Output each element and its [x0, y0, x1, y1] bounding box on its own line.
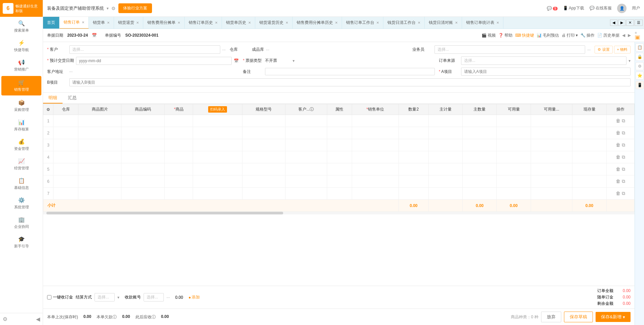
calendar-icon[interactable]: 📅	[92, 33, 97, 38]
cell-attr-1[interactable]	[327, 115, 352, 127]
cell-unit-1[interactable]	[352, 115, 399, 127]
settings-icon[interactable]: ⚙	[3, 316, 7, 322]
sidebar-item-search[interactable]: 🔍搜索菜单	[0, 17, 43, 36]
panel-btn-3[interactable]: ⚙	[636, 62, 644, 70]
order-source-input[interactable]: 选择...	[461, 56, 627, 65]
cell-customer-1[interactable]	[285, 115, 327, 127]
tab-12[interactable]: 销售订单统计表✕	[462, 17, 503, 29]
a-project-input[interactable]	[461, 68, 631, 76]
tab-4[interactable]: 销售费用分摊单✕	[143, 17, 185, 29]
cell-attr-6[interactable]	[327, 175, 352, 188]
order-source-dropdown[interactable]: ▾	[629, 58, 631, 63]
copy-icon-6[interactable]: ⧉	[622, 178, 625, 184]
sidebar-item-marketing[interactable]: 📢营销推广	[0, 56, 43, 75]
copy-icon-1[interactable]: ⧉	[622, 118, 625, 124]
cell-product-2[interactable]	[164, 127, 193, 139]
tab-close-5[interactable]: ✕	[215, 21, 218, 25]
add-material-btn[interactable]: + 物料	[614, 46, 631, 53]
cell-code-7[interactable]	[121, 188, 164, 200]
tab-5[interactable]: 销售订单历史✕	[185, 17, 222, 29]
cell-product-6[interactable]	[164, 175, 193, 188]
delete-icon-4[interactable]: 🗑	[616, 154, 620, 160]
cell-main-qty-5[interactable]	[463, 163, 497, 175]
cell-qty2-7[interactable]	[399, 188, 428, 200]
cell-code-3[interactable]	[121, 139, 164, 151]
sidebar-item-sales[interactable]: 🛒销售管理	[1, 76, 41, 95]
table-scrollbar[interactable]	[43, 212, 635, 214]
cell-product-1[interactable]	[164, 115, 193, 127]
cell-warehouse-1[interactable]	[53, 115, 78, 127]
username[interactable]: 用户	[632, 5, 640, 11]
account-more[interactable]: ···	[166, 295, 170, 300]
notification[interactable]: 💬 9	[547, 6, 558, 11]
cell-main-qty-6[interactable]	[463, 175, 497, 188]
tab-0[interactable]: 首页	[43, 17, 60, 29]
b-project-input[interactable]	[69, 78, 631, 86]
cell-main-qty-1[interactable]	[463, 115, 497, 127]
cell-spec-1[interactable]	[242, 115, 285, 127]
cell-customer-4[interactable]	[285, 151, 327, 163]
online-service[interactable]: 💬 在线客服	[590, 5, 612, 11]
cell-warehouse-7[interactable]	[53, 188, 78, 200]
warehouse-more[interactable]: ···	[266, 47, 269, 52]
tab-10[interactable]: 钱货日清工作台✕	[383, 17, 425, 29]
copy-icon-7[interactable]: ⧉	[622, 191, 625, 196]
cell-qty2-3[interactable]	[399, 139, 428, 151]
cell-warehouse-6[interactable]	[53, 175, 78, 188]
col-settings[interactable]: ⚙	[43, 104, 53, 115]
copy-icon-2[interactable]: ⧉	[622, 130, 625, 136]
tabs-menu[interactable]: ☰	[635, 19, 643, 26]
delete-icon-5[interactable]: 🗑	[616, 166, 620, 172]
payment-dropdown-icon[interactable]: ▾	[117, 295, 119, 300]
cell-attr-5[interactable]	[327, 163, 352, 175]
cell-customer-2[interactable]	[285, 127, 327, 139]
address-more[interactable]: ···	[69, 69, 73, 74]
tab-close-2[interactable]: ✕	[107, 21, 110, 25]
cell-attr-4[interactable]	[327, 151, 352, 163]
user-avatar[interactable]: 👤	[617, 4, 627, 13]
copy-icon-5[interactable]: ⧉	[622, 166, 625, 172]
cell-unit-7[interactable]	[352, 188, 399, 200]
tab-close-11[interactable]: ✕	[455, 21, 458, 25]
cell-spec-5[interactable]	[242, 163, 285, 175]
tab-3[interactable]: 销货退货✕	[114, 17, 143, 29]
cell-attr-2[interactable]	[327, 127, 352, 139]
tab-close-4[interactable]: ✕	[178, 21, 180, 25]
cell-unit-2[interactable]	[352, 127, 399, 139]
cell-customer-7[interactable]	[285, 188, 327, 200]
discard-button[interactable]: 放弃	[541, 312, 561, 322]
cell-customer-3[interactable]	[285, 139, 327, 151]
copy-icon-3[interactable]: ⧉	[622, 142, 625, 148]
note-input[interactable]	[265, 68, 434, 75]
settings-right-btn[interactable]: ⚙ 设置	[595, 46, 612, 53]
tab-6[interactable]: 销货单历史✕	[222, 17, 255, 29]
cell-attr-3[interactable]	[327, 139, 352, 151]
cell-attr-7[interactable]	[327, 188, 352, 200]
nav-prev[interactable]: ◀	[622, 33, 625, 38]
cell-warehouse-5[interactable]	[53, 163, 78, 175]
cell-qty2-5[interactable]	[399, 163, 428, 175]
cell-main-qty-3[interactable]	[463, 139, 497, 151]
cell-spec-4[interactable]	[242, 151, 285, 163]
nav-next[interactable]: ▶	[628, 33, 631, 38]
sidebar-item-operations[interactable]: 📈经营管理	[0, 155, 43, 174]
cell-code-2[interactable]	[121, 127, 164, 139]
tab-summary[interactable]: 汇总	[63, 93, 82, 104]
delete-icon-6[interactable]: 🗑	[616, 178, 620, 184]
tab-close-3[interactable]: ✕	[136, 21, 139, 25]
profit-btn[interactable]: 📊 毛利预估	[537, 33, 559, 38]
one-click-input[interactable]	[47, 295, 51, 299]
view-list-icon[interactable]: ≡	[635, 31, 640, 35]
tab-1[interactable]: 销售订单✕	[60, 17, 89, 29]
customer-more[interactable]: ···	[222, 47, 226, 52]
sidebar-item-inventory[interactable]: 📊库存核算	[0, 116, 43, 135]
tabs-close-all[interactable]: ✕	[626, 19, 634, 26]
customer-input[interactable]: 选择...	[69, 45, 220, 54]
tab-detail[interactable]: 明细	[43, 93, 63, 104]
cell-main-qty-2[interactable]	[463, 127, 497, 139]
sidebar-item-base-info[interactable]: 📋基础信息	[0, 174, 43, 194]
sidebar-item-enterprise[interactable]: 🏢企业协同	[0, 213, 43, 233]
cell-main-qty-7[interactable]	[463, 188, 497, 200]
delete-icon-7[interactable]: 🗑	[616, 191, 620, 196]
staff-more[interactable]: ···	[587, 47, 591, 52]
